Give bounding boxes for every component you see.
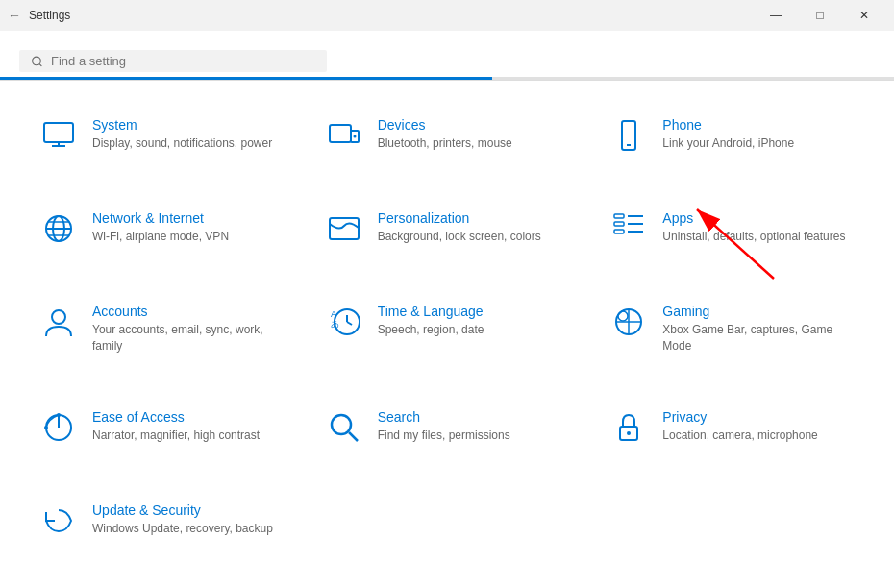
ease-icon [38, 407, 79, 448]
svg-point-34 [57, 413, 61, 417]
setting-name-time: Time & Language [378, 304, 484, 319]
setting-text-ease: Ease of Access Narrator, magnifier, high… [92, 407, 260, 444]
search-bar-area [0, 31, 894, 81]
titlebar-controls: — □ ✕ [754, 0, 886, 31]
setting-desc-accounts: Your accounts, email, sync, work, family [92, 322, 286, 355]
setting-desc-network: Wi-Fi, airplane mode, VPN [92, 229, 229, 245]
accounts-icon [38, 302, 79, 342]
setting-item-accounts[interactable]: Accounts Your accounts, email, sync, wor… [29, 286, 295, 382]
setting-text-apps: Apps Uninstall, defaults, optional featu… [662, 208, 845, 245]
setting-name-privacy: Privacy [662, 409, 817, 425]
svg-rect-16 [614, 214, 624, 218]
setting-item-privacy[interactable]: Privacy Location, camera, microphone [599, 392, 865, 476]
setting-item-devices[interactable]: Devices Bluetooth, printers, mouse [314, 100, 581, 184]
svg-text:あ: あ [331, 319, 339, 329]
titlebar-left: ← Settings [8, 8, 754, 23]
back-button[interactable]: ← [8, 8, 21, 23]
search-input[interactable] [51, 54, 315, 68]
settings-grid: System Display, sound, notifications, po… [0, 81, 894, 588]
setting-name-system: System [92, 117, 272, 133]
setting-item-personalization[interactable]: Personalization Background, lock screen,… [314, 193, 581, 277]
setting-text-devices: Devices Bluetooth, printers, mouse [378, 115, 512, 152]
setting-name-personalization: Personalization [378, 210, 541, 226]
svg-rect-17 [614, 222, 624, 226]
setting-item-apps[interactable]: Apps Uninstall, defaults, optional featu… [599, 193, 865, 277]
network-icon [38, 208, 79, 249]
svg-rect-2 [44, 123, 73, 142]
setting-text-privacy: Privacy Location, camera, microphone [662, 407, 817, 444]
personalization-icon [324, 208, 364, 249]
setting-name-ease: Ease of Access [92, 409, 260, 425]
setting-name-devices: Devices [378, 117, 512, 133]
setting-text-system: System Display, sound, notifications, po… [92, 115, 272, 152]
gaming-icon [608, 302, 649, 342]
svg-point-7 [353, 135, 356, 138]
setting-item-time[interactable]: A あ Time & Language Speech, region, date [314, 286, 581, 382]
system-icon [38, 115, 79, 156]
setting-desc-apps: Uninstall, defaults, optional features [662, 229, 845, 245]
setting-desc-devices: Bluetooth, printers, mouse [378, 135, 512, 152]
minimize-button[interactable]: — [754, 0, 798, 31]
svg-rect-15 [330, 218, 359, 239]
setting-name-apps: Apps [662, 210, 845, 226]
time-icon: A あ [324, 302, 364, 342]
setting-text-gaming: Gaming Xbox Game Bar, captures, Game Mod… [662, 302, 856, 355]
svg-point-22 [52, 310, 65, 324]
setting-text-search: Search Find my files, permissions [378, 407, 510, 444]
setting-item-search[interactable]: Search Find my files, permissions [314, 392, 581, 476]
setting-desc-personalization: Background, lock screen, colors [378, 229, 541, 245]
svg-line-25 [347, 322, 352, 325]
titlebar: ← Settings — □ ✕ [0, 0, 894, 31]
setting-desc-ease: Narrator, magnifier, high contrast [92, 428, 260, 444]
setting-desc-phone: Link your Android, iPhone [662, 135, 794, 152]
setting-text-accounts: Accounts Your accounts, email, sync, wor… [92, 302, 286, 355]
search-icon [31, 55, 43, 68]
setting-name-gaming: Gaming [662, 304, 856, 319]
close-button[interactable]: ✕ [842, 0, 886, 31]
setting-text-phone: Phone Link your Android, iPhone [662, 115, 794, 152]
svg-point-35 [44, 426, 48, 429]
search-progress-bar [0, 77, 492, 80]
svg-point-0 [33, 57, 41, 65]
setting-text-time: Time & Language Speech, region, date [378, 302, 484, 338]
svg-point-39 [627, 431, 631, 435]
setting-desc-system: Display, sound, notifications, power [92, 135, 272, 152]
svg-rect-18 [614, 230, 624, 233]
maximize-button[interactable]: □ [798, 0, 842, 31]
setting-name-search: Search [378, 409, 510, 425]
svg-point-36 [332, 415, 351, 434]
devices-icon [324, 115, 364, 156]
setting-desc-search: Find my files, permissions [378, 428, 510, 444]
setting-name-phone: Phone [662, 117, 794, 133]
setting-name-update: Update & Security [92, 502, 273, 518]
svg-line-1 [39, 63, 41, 65]
setting-text-network: Network & Internet Wi-Fi, airplane mode,… [92, 208, 229, 245]
svg-rect-5 [330, 125, 351, 142]
setting-item-update[interactable]: Update & Security Windows Update, recove… [29, 485, 295, 569]
setting-desc-privacy: Location, camera, microphone [662, 428, 817, 444]
setting-item-system[interactable]: System Display, sound, notifications, po… [29, 100, 295, 184]
update-icon [38, 501, 79, 541]
setting-desc-gaming: Xbox Game Bar, captures, Game Mode [662, 322, 856, 355]
setting-item-network[interactable]: Network & Internet Wi-Fi, airplane mode,… [29, 193, 295, 277]
setting-text-update: Update & Security Windows Update, recove… [92, 501, 273, 537]
phone-icon [608, 115, 649, 156]
svg-point-29 [618, 311, 628, 321]
setting-name-accounts: Accounts [92, 304, 286, 319]
svg-text:A: A [331, 309, 336, 319]
main-content: System Display, sound, notifications, po… [0, 81, 894, 588]
titlebar-title: Settings [29, 9, 70, 22]
setting-item-gaming[interactable]: Gaming Xbox Game Bar, captures, Game Mod… [599, 286, 865, 382]
apps-icon [608, 208, 649, 249]
setting-item-ease[interactable]: Ease of Access Narrator, magnifier, high… [29, 392, 295, 476]
svg-line-37 [349, 432, 358, 441]
search-progress [0, 77, 894, 80]
privacy-icon [608, 407, 649, 448]
search-icon [324, 407, 364, 448]
setting-desc-time: Speech, region, date [378, 322, 484, 338]
search-input-wrapper[interactable] [19, 50, 327, 72]
setting-desc-update: Windows Update, recovery, backup [92, 521, 273, 537]
setting-text-personalization: Personalization Background, lock screen,… [378, 208, 541, 245]
setting-name-network: Network & Internet [92, 210, 229, 226]
setting-item-phone[interactable]: Phone Link your Android, iPhone [599, 100, 865, 184]
